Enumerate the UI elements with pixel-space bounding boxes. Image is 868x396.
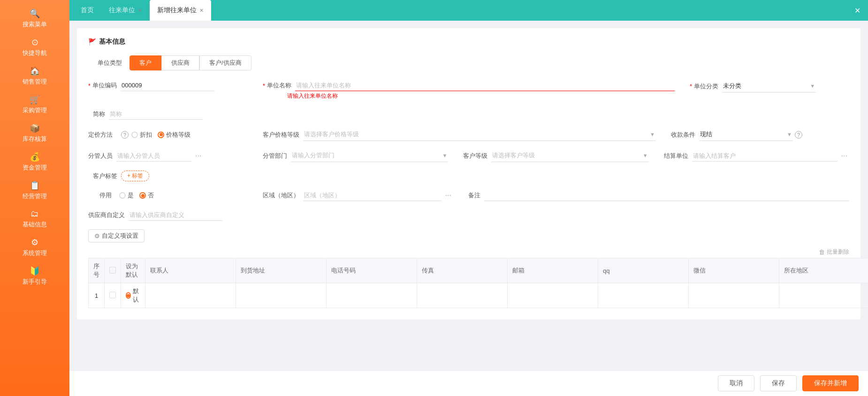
custom-setting-button[interactable]: ⚙ 自定义项设置	[88, 229, 145, 242]
unit-code-input[interactable]	[121, 80, 214, 91]
row-email[interactable]	[508, 283, 598, 308]
unit-type-supplier-btn[interactable]: 供应商	[161, 55, 199, 70]
row-region[interactable]	[779, 283, 868, 308]
settlement-unit-label: 结算单位	[664, 152, 688, 160]
region-input[interactable]	[303, 190, 442, 201]
payment-terms-value: 现结	[700, 130, 785, 139]
customer-price-level-select[interactable]: 请选择客户价格等级 ▼	[303, 128, 656, 141]
disabled-radio-yes[interactable]: 是	[119, 191, 134, 200]
unit-code-field: * 单位编码	[88, 80, 248, 91]
dept-placeholder: 请输入分管部门	[292, 151, 440, 160]
supplier-custom-label: 供应商自定义	[88, 211, 125, 219]
sidebar-item-guide[interactable]: 🔰 新手引导	[0, 261, 69, 290]
save-new-button[interactable]: 保存并新增	[802, 375, 859, 391]
form-card: 🚩 基本信息 单位类型 客户 供应商 客户/供应商 * 单位编码	[77, 28, 860, 319]
col-phone: 电话号码	[327, 258, 417, 283]
fax-input[interactable]	[422, 290, 503, 301]
unit-name-input[interactable]	[295, 80, 675, 91]
sidebar-item-inventory[interactable]: 📦 库存核算	[0, 118, 69, 147]
header-checkbox[interactable]	[109, 267, 116, 273]
payment-terms-help[interactable]: ?	[795, 131, 802, 139]
cancel-button[interactable]: 取消	[718, 375, 754, 391]
batch-delete-icon: 🗑	[819, 248, 825, 256]
unit-category-select[interactable]: 未分类 ▼	[722, 80, 816, 93]
row-wechat[interactable]	[689, 283, 779, 308]
settlement-unit-input[interactable]	[692, 150, 838, 162]
remark-field: 备注	[468, 190, 849, 201]
sidebar-item-sales[interactable]: 🏠 销售管理	[0, 61, 69, 90]
unit-category-label: 单位分类	[694, 82, 718, 91]
sidebar-item-basic[interactable]: 🗂 基础信息	[0, 204, 69, 233]
qq-input[interactable]	[603, 290, 684, 301]
save-button[interactable]: 保存	[760, 375, 797, 391]
row-address[interactable]	[236, 283, 327, 308]
dept-select[interactable]: 请输入分管部门 ▼	[291, 149, 448, 162]
col-qq: qq	[598, 258, 689, 283]
unit-code-required: *	[88, 82, 91, 89]
customer-level-select[interactable]: 请选择客户等级 ▼	[491, 149, 648, 162]
payment-terms-select[interactable]: 现结 ▼	[699, 128, 793, 141]
form-row-supplier-custom: 供应商自定义	[88, 210, 849, 221]
customer-price-level-placeholder: 请选择客户价格等级	[304, 130, 648, 139]
form-row-pricing: 定价方法 ? 折扣 价格等级 客户价格等级	[88, 128, 849, 141]
contact-input[interactable]	[150, 290, 231, 301]
tab-counterparty[interactable]: 往来单位 ✕	[101, 0, 150, 21]
dept-field: 分管部门 请输入分管部门 ▼	[263, 149, 448, 162]
supplier-custom-input[interactable]	[129, 210, 222, 221]
email-input[interactable]	[512, 290, 593, 301]
col-address: 到货地址	[236, 258, 327, 283]
address-input[interactable]	[241, 290, 321, 301]
row-phone[interactable]	[327, 283, 417, 308]
wechat-input[interactable]	[693, 290, 774, 301]
manager-more-btn[interactable]: ···	[193, 152, 203, 160]
tab-new-counterparty[interactable]: 新增往来单位 ✕	[150, 0, 211, 21]
tab-new-counterparty-close[interactable]: ✕	[199, 8, 204, 14]
short-name-input[interactable]	[109, 109, 203, 120]
unit-type-both-btn[interactable]: 客户/供应商	[199, 55, 251, 70]
sidebar-item-search[interactable]: 🔍 搜索菜单	[0, 4, 69, 32]
unit-type-customer-btn[interactable]: 客户	[129, 55, 161, 70]
settlement-unit-field: 结算单位 ···	[664, 150, 849, 162]
settlement-unit-more-btn[interactable]: ···	[839, 152, 849, 160]
operation-icon: 📋	[30, 180, 40, 191]
pricing-radio-discount[interactable]: 折扣	[131, 131, 152, 139]
tab-home[interactable]: 首页	[73, 0, 101, 21]
remark-input[interactable]	[484, 190, 849, 201]
tab-bar: 首页 往来单位 ✕ 新增往来单位 ✕ ✕	[69, 0, 868, 21]
sidebar-item-system[interactable]: ⚙ 系统管理	[0, 233, 69, 261]
row-index: 1	[89, 283, 105, 308]
sidebar-item-finance[interactable]: 💰 资金管理	[0, 147, 69, 176]
sidebar-item-purchase[interactable]: 🛒 采购管理	[0, 90, 69, 118]
sidebar-item-operation[interactable]: 📋 经营管理	[0, 176, 69, 204]
pricing-radio-price-level[interactable]: 价格等级	[158, 131, 190, 139]
row-default-radio[interactable]: 默认	[126, 287, 140, 304]
pricing-method-label: 定价方法	[88, 131, 113, 139]
gear-icon: ⚙	[94, 233, 100, 240]
sidebar-item-quick-nav[interactable]: ⊙ 快捷导航	[0, 32, 69, 61]
customer-price-level-label: 客户价格等级	[263, 131, 299, 139]
row-fax[interactable]	[417, 283, 508, 308]
tab-counterparty-close[interactable]: ✕	[138, 8, 142, 14]
batch-delete-label[interactable]: 批量删除	[827, 248, 849, 256]
unit-category-chevron: ▼	[810, 83, 815, 89]
tab-new-counterparty-label: 新增往来单位	[157, 6, 197, 15]
region-table-input[interactable]	[784, 290, 865, 301]
unit-category-value: 未分类	[723, 82, 808, 90]
row-checkbox[interactable]	[109, 292, 116, 298]
purchase-icon: 🛒	[30, 94, 40, 105]
unit-type-label: 单位类型	[98, 59, 122, 66]
pricing-method-field: 定价方法 ? 折扣 价格等级	[88, 131, 248, 139]
phone-input[interactable]	[331, 290, 412, 301]
unit-name-field: * 单位名称	[263, 80, 675, 91]
unit-code-label: 单位编码	[92, 81, 117, 90]
manager-input[interactable]	[116, 150, 191, 162]
row-qq[interactable]	[598, 283, 689, 308]
region-more-btn[interactable]: ···	[443, 191, 453, 200]
row-contact[interactable]	[145, 283, 236, 308]
pricing-method-help[interactable]: ?	[121, 131, 129, 139]
disabled-radio-no[interactable]: 否	[139, 191, 154, 200]
tag-add-button[interactable]: + 标签	[121, 171, 149, 181]
tab-bar-close-button[interactable]: ✕	[851, 6, 864, 15]
section-title: 🚩 基本信息	[88, 38, 849, 46]
col-wechat: 微信	[689, 258, 779, 283]
